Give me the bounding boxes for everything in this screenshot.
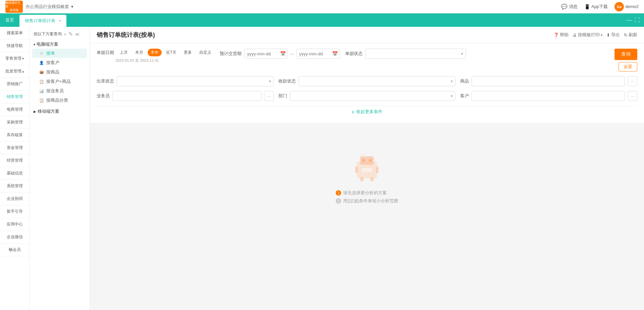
date-btn-custom[interactable]: 自定义 [196,49,214,56]
status-select[interactable] [365,49,466,59]
sidebar-item-purchase[interactable]: 采购管理 [0,116,29,129]
shipment-filter-label: 出库状态 [97,78,114,84]
sidebar-appcenter-label: 应用中心 [0,221,29,227]
expected-date-label: 预计交货期 [220,51,241,57]
date-range-separator: — [290,51,294,56]
sidebar-inventory-label: 库存核算 [0,132,29,138]
main-area: 销售订单统计表(按单) ❓ 帮助 🖨 按模板打印 ▾ ⬇ 导出 [90,27,644,310]
sidebar-item-quick-nav[interactable]: 快捷导航 [0,40,29,52]
scheme-item-by-goods-category[interactable]: 📋 按商品分类 [32,96,87,105]
sidebar-item-wholesale[interactable]: 批发管理 ▴ [0,65,29,78]
shipment-select[interactable] [117,76,274,86]
collapse-button[interactable]: ∧ 收起更多条件 [352,109,382,115]
goods-ellipsis-button[interactable]: ··· [628,76,637,86]
tab-minimize-icon[interactable]: — [627,17,632,23]
tab-home[interactable]: 首页 [0,13,19,27]
sidebar-item-enterprise[interactable]: 企业协同 [0,193,29,205]
department-filter: 部门 [278,91,455,101]
sidebar-retail-arrow-icon: ▾ [22,57,24,60]
sidebar-quicknav-label: 快捷导航 [0,43,29,49]
topbar: 畅捷通好生意 标准版 办公用品行业模拟账套 ▾ 💬 消息 📱 App下载 Ea … [0,0,644,13]
sidebar-search-label: 搜索菜单 [0,30,29,36]
scheme-item-byorder-icon: ⊙ [39,51,44,56]
sidebar: 搜索菜单 快捷导航 零售管理 ▾ 批发管理 ▴ 营销推广 销售管理 电商管理 采… [0,27,30,310]
export-icon: ⬇ [606,33,610,38]
salesperson-filter-label: 业务员 [97,93,110,99]
user-menu-button[interactable]: Ea demo2 [614,2,639,11]
customer-input[interactable] [472,91,625,101]
scheme-item-by-customer-goods[interactable]: 📋 按客户+商品 [32,77,87,86]
svg-line-9 [359,154,367,156]
sidebar-item-system[interactable]: 系统管理 [0,180,29,193]
print-button[interactable]: 🖨 按模板打印 ▾ [573,32,602,38]
scheme-collapse-button[interactable]: ≪ [75,32,80,37]
sidebar-item-wechat[interactable]: 企业微信 [0,231,29,244]
sidebar-item-finance[interactable]: 资金管理 [0,142,29,154]
scheme-item-bycat-icon: 📋 [39,98,44,103]
customer-ellipsis-button[interactable]: ··· [628,91,637,101]
date-btn-lastmonth[interactable]: 上月 [117,49,131,56]
empty-state: 1 请先选择要分析的方案 2 用[过滤]条件来缩小分析范围 [90,123,644,233]
salesperson-input[interactable] [112,91,261,101]
scheme-item-by-goods[interactable]: 📦 按商品 [32,67,87,77]
svg-rect-5 [355,166,358,173]
help-button[interactable]: ❓ 帮助 [553,32,569,38]
payment-select[interactable] [299,76,455,86]
tab-close-icon[interactable]: × [59,18,61,23]
export-button[interactable]: ⬇ 导出 [606,32,620,38]
message-button[interactable]: 💬 消息 [561,4,578,10]
date-btn-thismonth[interactable]: 本月 [132,49,146,56]
payment-filter: 收款状态 [278,76,455,86]
settings-button[interactable]: 设置 [619,62,637,71]
sidebar-item-marketing[interactable]: 营销推广 [0,78,29,91]
date-btn-last7days[interactable]: 近7天 [163,49,179,56]
collapse-label: 收起更多条件 [356,109,382,115]
sidebar-item-operation[interactable]: 经营管理 [0,154,29,167]
tab-actions: — ⛶ [627,17,644,23]
tab-maximize-icon[interactable]: ⛶ [635,17,640,23]
svg-rect-6 [376,166,379,173]
goods-input[interactable] [472,76,625,86]
query-button[interactable]: 查询 [614,49,637,60]
scheme-add-button[interactable]: + [64,32,66,37]
empty-tip-1: 1 请先选择要分析的方案 [336,190,398,196]
logo-line2: 标准版 [10,8,19,12]
date-btn-more[interactable]: 更多 [181,49,195,56]
sidebar-item-inventory[interactable]: 库存核算 [0,129,29,142]
sidebar-item-basic-info[interactable]: 基础信息 [0,167,29,180]
app-download-label: App下载 [591,4,608,10]
filter-area: 单据日期 上月 本月 本年 近7天 更多 自定义 2023-01-0 [90,43,644,123]
sidebar-item-ecommerce[interactable]: 电商管理 [0,103,29,116]
date-btn-thisyear[interactable]: 本年 [148,49,162,56]
breadcrumb-arrow-icon: ▾ [71,4,73,9]
sidebar-item-app-center[interactable]: 应用中心 [0,218,29,231]
tabbar: 首页 销售订单统计表 × — ⛶ [0,13,644,27]
sidebar-item-search-menu[interactable]: 搜索菜单 [0,27,29,40]
sidebar-enterprise-label: 企业协同 [0,196,29,202]
tab-sales-order[interactable]: 销售订单统计表 × [19,15,66,27]
sidebar-item-guide[interactable]: 新手引导 [0,205,29,218]
sidebar-wholesale-arrow-icon: ▴ [22,69,24,73]
scheme-section-pc-header[interactable]: ▾ 电脑端方案 [32,40,87,49]
sidebar-item-member[interactable]: 畅会员 [0,244,29,256]
refresh-button[interactable]: ↻ 刷新 [624,32,637,38]
expected-date-from[interactable] [244,49,288,59]
page-header: 销售订单统计表(按单) ❓ 帮助 🖨 按模板打印 ▾ ⬇ 导出 [90,27,644,43]
scheme-item-bysales-label: 按业务员 [46,88,64,94]
app-download-button[interactable]: 📱 App下载 [584,4,608,10]
sidebar-sales-label: 销售管理 [0,94,29,100]
scheme-section-mobile-header[interactable]: ▶ 移动端方案 [32,107,87,116]
app-download-icon: 📱 [584,4,590,9]
salesperson-ellipsis-button[interactable]: ··· [264,91,274,101]
svg-point-3 [369,159,372,162]
scheme-edit-button[interactable]: ✎ [68,31,73,37]
scheme-item-by-salesperson[interactable]: 📊 按业务员 [32,86,87,96]
scheme-item-by-order[interactable]: ⊙ 按单 [32,49,87,58]
sidebar-item-retail[interactable]: 零售管理 ▾ [0,52,29,65]
expected-date-to[interactable] [296,49,340,59]
sidebar-guide-label: 新手引导 [0,209,29,214]
sidebar-item-sales[interactable]: 销售管理 [0,91,29,103]
department-select[interactable] [290,91,455,101]
scheme-item-by-customer[interactable]: 👤 按客户 [32,58,87,67]
breadcrumb[interactable]: 办公用品行业模拟账套 ▾ [25,4,73,10]
